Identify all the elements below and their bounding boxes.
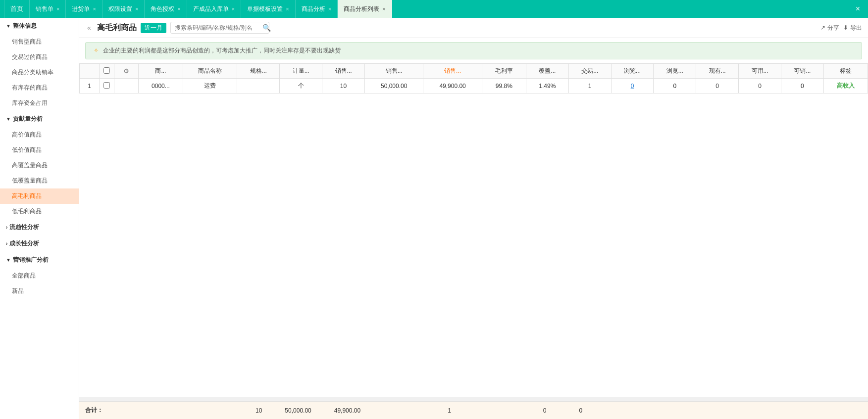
col-header-sales-profit[interactable]: 销售... [423, 64, 482, 79]
arrow-trend: › [6, 225, 7, 230]
cell-sales-profit: 49,900.00 [423, 79, 482, 93]
arrow-contribution: ▼ [6, 116, 11, 122]
horizontal-scrollbar[interactable] [79, 397, 868, 401]
cell-tag: 高收入 [823, 79, 868, 93]
content-area: « 高毛利商品 近一月 🔍 ↗ 分享 ⬇ 导出 ✧ 企业的主要的利润都是这部分商… [79, 18, 868, 419]
nav-tab-permission[interactable]: 权限设置 × [102, 0, 145, 18]
close-tab-product-analysis[interactable]: × [328, 6, 331, 12]
nav-tab-home[interactable]: 首页 [4, 0, 30, 18]
sidebar-item-stocked-goods[interactable]: 有库存的商品 [0, 80, 79, 95]
col-header-tag[interactable]: 标签 [823, 64, 868, 79]
table-wrapper[interactable]: ⚙ 商... 商品名称 规格... 计量... [79, 63, 868, 419]
nav-tab-role[interactable]: 角色授权 × [145, 0, 187, 18]
col-header-available[interactable]: 可用... [739, 64, 781, 79]
footer-current-stock: 0 [539, 407, 551, 414]
cell-trade: 1 [568, 79, 611, 93]
col-header-saleable[interactable]: 可销... [781, 64, 823, 79]
col-header-sales-amt[interactable]: 销售... [364, 64, 423, 79]
close-tab-role[interactable]: × [177, 6, 180, 12]
filter-recent-month[interactable]: 近一月 [141, 23, 166, 33]
col-header-spec[interactable]: 规格... [237, 64, 280, 79]
table-row: 1 0000... 运费 个 10 50,000.00 49,900.00 99… [80, 79, 868, 93]
top-navigation: 首页 销售单 × 进货单 × 权限设置 × 角色授权 × 产成品入库单 × 单据… [0, 0, 868, 18]
footer-available: 0 [575, 407, 587, 414]
close-tab-analysis-list[interactable]: × [382, 6, 385, 12]
sidebar-item-traded-goods[interactable]: 交易过的商品 [0, 49, 79, 65]
sidebar: ▼ 整体信息 销售型商品 交易过的商品 商品分类助销率 有库存的商品 库存资金占… [0, 18, 79, 419]
nav-tab-template[interactable]: 单据模板设置 × [241, 0, 295, 18]
header-actions: ↗ 分享 ⬇ 导出 [820, 24, 862, 32]
col-header-name[interactable]: 商品名称 [183, 64, 237, 79]
cell-gross-rate: 99.8% [482, 79, 526, 93]
close-tab-permission[interactable]: × [135, 6, 138, 12]
cell-current-stock: 0 [696, 79, 739, 93]
close-tab-sales[interactable]: × [56, 6, 59, 12]
col-header-unit[interactable]: 计量... [280, 64, 322, 79]
sidebar-item-low-margin[interactable]: 低毛利商品 [0, 204, 79, 219]
arrow-overall: ▼ [6, 23, 11, 29]
nav-tab-purchase[interactable]: 进货单 × [66, 0, 102, 18]
col-header-checkbox[interactable] [100, 64, 114, 79]
close-tab-product-in[interactable]: × [232, 6, 235, 12]
sidebar-item-sales-goods[interactable]: 销售型商品 [0, 34, 79, 49]
cell-unit: 个 [280, 79, 322, 93]
col-header-gross-rate[interactable]: 毛利率 [482, 64, 526, 79]
settings-icon[interactable]: ⚙ [123, 67, 129, 75]
search-icon[interactable]: 🔍 [262, 24, 271, 32]
cell-spec [237, 79, 280, 93]
cell-code: 0000... [138, 79, 183, 93]
close-all-tabs[interactable]: × [852, 4, 864, 13]
sidebar-group-marketing[interactable]: ▼ 营销推广分析 [0, 252, 79, 268]
sidebar-item-stock-fund[interactable]: 库存资金占用 [0, 95, 79, 111]
sidebar-item-new-goods[interactable]: 新品 [0, 283, 79, 299]
sidebar-item-low-coverage[interactable]: 低覆盖量商品 [0, 173, 79, 188]
cell-coverage: 1.49% [526, 79, 568, 93]
col-header-browse1[interactable]: 浏览... [611, 64, 654, 79]
cell-settings [114, 79, 139, 93]
search-input[interactable] [170, 22, 269, 34]
close-tab-purchase[interactable]: × [93, 6, 96, 12]
col-header-browse2[interactable]: 浏览... [654, 64, 696, 79]
sidebar-item-all-goods[interactable]: 全部商品 [0, 268, 79, 283]
footer-trade: 1 [444, 407, 455, 414]
cell-sales-qty: 10 [322, 79, 365, 93]
col-header-code[interactable]: 商... [138, 64, 183, 79]
cell-browse2: 0 [654, 79, 696, 93]
select-all-checkbox[interactable] [103, 67, 110, 74]
arrow-marketing: ▼ [6, 257, 11, 263]
export-icon: ⬇ [843, 24, 848, 31]
sidebar-item-high-value[interactable]: 高价值商品 [0, 127, 79, 142]
sidebar-item-low-value[interactable]: 低价值商品 [0, 142, 79, 158]
col-header-current-stock[interactable]: 现有... [696, 64, 739, 79]
sidebar-item-high-coverage[interactable]: 高覆盖量商品 [0, 158, 79, 173]
sidebar-collapse-btn[interactable]: « [85, 23, 93, 33]
col-header-coverage[interactable]: 覆盖... [526, 64, 568, 79]
nav-tab-analysis-list[interactable]: 商品分析列表 × [338, 0, 392, 18]
sidebar-group-trend[interactable]: › 流趋性分析 [0, 219, 79, 235]
col-header-settings[interactable]: ⚙ [114, 64, 139, 79]
footer-values: 10 50,000.00 49,900.00 1 0 0 [113, 407, 862, 414]
cell-browse1[interactable]: 0 [611, 79, 654, 93]
export-button[interactable]: ⬇ 导出 [843, 24, 862, 32]
content-header: « 高毛利商品 近一月 🔍 ↗ 分享 ⬇ 导出 [79, 18, 868, 38]
sidebar-item-high-margin[interactable]: 高毛利商品 [0, 188, 79, 204]
share-button[interactable]: ↗ 分享 [820, 24, 839, 32]
col-header-trade[interactable]: 交易... [568, 64, 611, 79]
close-tab-template[interactable]: × [286, 6, 289, 12]
sidebar-item-category-rate[interactable]: 商品分类助销率 [0, 65, 79, 80]
main-layout: ▼ 整体信息 销售型商品 交易过的商品 商品分类助销率 有库存的商品 库存资金占… [0, 18, 868, 419]
footer-sales-profit: 49,900.00 [330, 407, 364, 414]
nav-tab-product-analysis[interactable]: 商品分析 × [296, 0, 338, 18]
cell-checkbox[interactable] [100, 79, 114, 93]
sidebar-group-contribution[interactable]: ▼ 贡献量分析 [0, 111, 79, 127]
nav-tab-sales[interactable]: 销售单 × [30, 0, 66, 18]
cell-available: 0 [739, 79, 781, 93]
row-checkbox[interactable] [103, 82, 110, 89]
cell-index: 1 [80, 79, 100, 93]
cell-saleable: 0 [781, 79, 823, 93]
table-header-row: ⚙ 商... 商品名称 规格... 计量... [80, 64, 868, 79]
col-header-sales-qty[interactable]: 销售... [322, 64, 365, 79]
nav-tab-product-in[interactable]: 产成品入库单 × [187, 0, 241, 18]
sidebar-group-growth[interactable]: › 成长性分析 [0, 235, 79, 252]
sidebar-group-overall[interactable]: ▼ 整体信息 [0, 18, 79, 34]
